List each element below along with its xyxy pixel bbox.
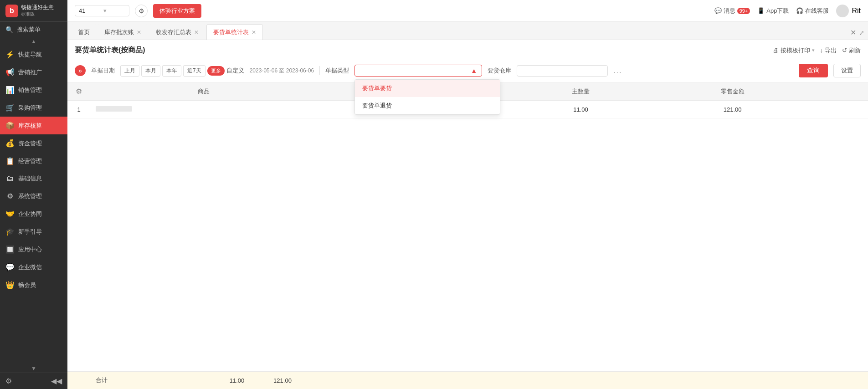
finance-icon: 💰: [5, 139, 15, 148]
date-btn-last-month[interactable]: 上月: [120, 65, 139, 77]
page-header: 要货单统计表(按商品) 🖨 按模板打印 ▾ ↓ 导出 ↺ 刷新: [67, 40, 868, 59]
user-name: Rit: [852, 7, 861, 15]
sidebar-item-label: 销售管理: [18, 86, 42, 94]
table-gear-header[interactable]: ⚙: [67, 82, 90, 101]
type-input[interactable]: [360, 67, 471, 74]
sidebar-item-marketing[interactable]: 📢 营销推广: [0, 63, 67, 81]
dropdown-item-order-purchase[interactable]: 要货单要货: [355, 80, 500, 97]
tab-home[interactable]: 首页: [71, 24, 97, 40]
footer-quantity: 11.00: [219, 377, 255, 384]
sidebar-item-wechat[interactable]: 💬 企业微信: [0, 258, 67, 276]
date-btn-more[interactable]: 更多: [207, 66, 225, 76]
export-icon: ↓: [820, 47, 823, 54]
sidebar-item-system[interactable]: ⚙ 系统管理: [0, 187, 67, 205]
sidebar-item-label: 库存核算: [18, 122, 42, 130]
warehouse-input[interactable]: [522, 67, 603, 74]
date-btn-7days[interactable]: 近7天: [183, 65, 205, 77]
marketing-icon: 📢: [5, 68, 15, 77]
row-extra: [816, 101, 868, 118]
sidebar-item-label: 资金管理: [18, 139, 42, 148]
refresh-label: 刷新: [849, 46, 861, 55]
sidebar-item-finance[interactable]: 💰 资金管理: [0, 134, 67, 152]
online-service-label: 在线客服: [805, 7, 829, 15]
app-download-label: App下载: [766, 7, 789, 15]
user-avatar: [836, 5, 849, 17]
sidebar-item-label: 营销推广: [18, 68, 42, 77]
tab-collect-summary-close[interactable]: ✕: [194, 29, 199, 36]
export-btn[interactable]: ↓ 导出: [820, 46, 837, 55]
app-download-btn[interactable]: 📱 App下载: [757, 7, 789, 15]
sidebar-item-sales[interactable]: 📊 销售管理: [0, 81, 67, 99]
basics-icon: 🗂: [5, 174, 15, 183]
online-service-btn[interactable]: 🎧 在线客服: [796, 7, 829, 15]
headset-icon: 🎧: [796, 7, 803, 14]
query-btn[interactable]: 查询: [799, 64, 828, 77]
type-select-box[interactable]: ▲: [354, 65, 482, 77]
table-footer: 合计 11.00 121.00: [67, 371, 868, 389]
tab-home-label: 首页: [78, 28, 90, 36]
sidebar-item-cooperation[interactable]: 🤝 企业协同: [0, 205, 67, 223]
guide-icon: 🎓: [5, 227, 15, 236]
sidebar-item-guide[interactable]: 🎓 新手引导: [0, 223, 67, 241]
tab-order-summary[interactable]: 要货单统计表 ✕: [206, 24, 263, 40]
user-area[interactable]: Rit: [836, 5, 861, 17]
chevron-down-icon: ▾: [103, 7, 125, 14]
tab-batch-ledger-close[interactable]: ✕: [137, 29, 141, 36]
company-selector-text: 41: [79, 7, 101, 14]
message-icon: 💬: [714, 7, 722, 14]
print-btn[interactable]: 🖨 按模板打印 ▾: [773, 46, 815, 55]
filter-expand-btn[interactable]: »: [75, 65, 86, 76]
sidebar-item-basics[interactable]: 🗂 基础信息: [0, 170, 67, 187]
settings-icon[interactable]: ⚙: [5, 377, 12, 385]
sidebar-item-label: 基础信息: [18, 174, 42, 183]
sidebar-items: ⚡ 快捷导航 📢 营销推广 📊 销售管理 🛒 采购管理 📦 库存核算 💰 资金管…: [0, 46, 67, 364]
sidebar-item-operations[interactable]: 📋 经营管理: [0, 152, 67, 170]
row-num: 1: [67, 101, 90, 118]
sidebar-item-inventory[interactable]: 📦 库存核算: [0, 117, 67, 134]
date-range-display: 2023-05-06 至 2023-06-06: [250, 67, 314, 75]
type-dropdown: 要货单要货 要货单退货: [354, 79, 500, 115]
sidebar-item-purchase[interactable]: 🛒 采购管理: [0, 99, 67, 117]
refresh-btn[interactable]: ↺ 刷新: [842, 46, 861, 55]
scroll-down-btn[interactable]: ▼: [0, 364, 67, 373]
warehouse-select-box[interactable]: [517, 65, 608, 77]
sidebar-item-vip[interactable]: 👑 畅会员: [0, 276, 67, 294]
collapse-sidebar-icon[interactable]: ◀◀: [51, 377, 62, 385]
tab-order-summary-close[interactable]: ✕: [252, 29, 256, 36]
date-btn-this-year[interactable]: 本年: [162, 65, 181, 77]
sidebar-item-label: 采购管理: [18, 104, 42, 112]
tab-batch-ledger[interactable]: 库存批次账 ✕: [98, 24, 148, 40]
top-bar: 41 ▾ ⚙ 体验行业方案 💬 消息 99+ 📱 App下载 🎧 在线客服: [67, 0, 868, 22]
dropdown-item-order-return[interactable]: 要货单退货: [355, 97, 500, 114]
search-label: 搜索菜单: [17, 26, 41, 34]
sidebar-item-label: 畅会员: [18, 281, 36, 289]
sidebar-item-label: 企业协同: [18, 210, 42, 218]
sidebar-search[interactable]: 🔍 搜索菜单: [0, 22, 67, 37]
tab-collect-summary-label: 收发存汇总表: [156, 28, 191, 36]
main-area: 41 ▾ ⚙ 体验行业方案 💬 消息 99+ 📱 App下载 🎧 在线客服: [67, 0, 868, 389]
tab-collect-summary[interactable]: 收发存汇总表 ✕: [149, 24, 205, 40]
date-btn-this-month[interactable]: 本月: [141, 65, 160, 77]
close-window-icon[interactable]: ✕: [850, 28, 856, 37]
expand-window-icon[interactable]: ⤢: [859, 29, 864, 36]
row-amount: 121.00: [650, 101, 816, 118]
quick-nav-icon: ⚡: [5, 50, 15, 59]
type-label: 单据类型: [325, 67, 349, 75]
type-select-chevron-up[interactable]: ▲: [471, 67, 477, 74]
sidebar-item-app-center[interactable]: 🔲 应用中心: [0, 241, 67, 258]
filter-dots[interactable]: ...: [613, 67, 622, 75]
settings-gear-btn[interactable]: ⚙: [135, 5, 148, 17]
scroll-up-btn[interactable]: ▲: [0, 37, 67, 46]
logo-sub: 标准版: [21, 11, 54, 17]
col-header-extra: [816, 82, 868, 101]
tabs-bar: 首页 库存批次账 ✕ 收发存汇总表 ✕ 要货单统计表 ✕ ✕ ⤢: [67, 22, 868, 40]
sidebar-item-quick-nav[interactable]: ⚡ 快捷导航: [0, 46, 67, 63]
set-btn[interactable]: 设置: [833, 64, 861, 77]
messages-label: 消息: [724, 7, 735, 15]
sidebar-item-label: 快捷导航: [18, 51, 42, 59]
industry-btn[interactable]: 体验行业方案: [153, 4, 201, 18]
tab-batch-ledger-label: 库存批次账: [104, 28, 134, 36]
messages-btn[interactable]: 💬 消息 99+: [714, 7, 750, 15]
row-product: [90, 101, 318, 118]
company-selector[interactable]: 41 ▾: [75, 5, 129, 16]
